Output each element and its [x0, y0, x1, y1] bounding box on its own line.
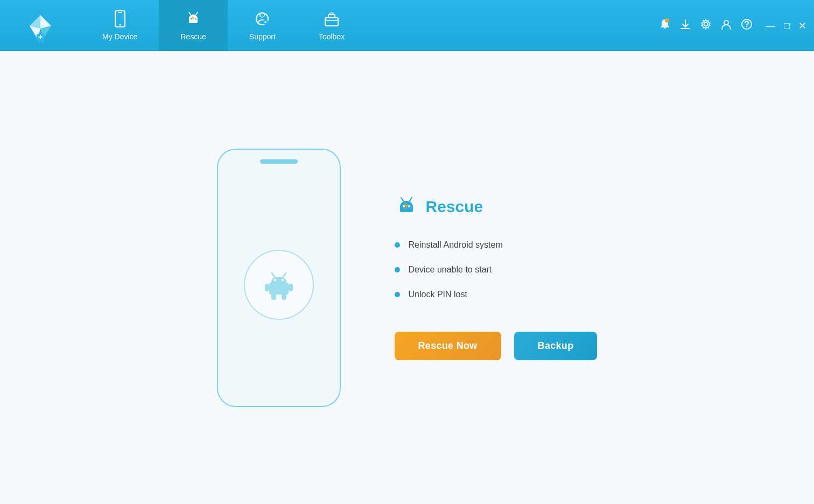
- notification-icon[interactable]: [659, 18, 671, 33]
- svg-rect-33: [289, 284, 293, 291]
- minimize-button[interactable]: —: [763, 20, 777, 32]
- phone-illustration: [217, 149, 341, 407]
- tab-my-device[interactable]: My Device: [81, 0, 159, 51]
- feature-label-0: Reinstall Android system: [409, 240, 503, 250]
- svg-point-21: [665, 18, 669, 23]
- header: My Device Rescue: [0, 0, 814, 51]
- rescue-title-row: Rescue: [395, 195, 598, 219]
- nav-tabs: My Device Rescue: [81, 0, 659, 51]
- phone-speaker: [260, 159, 298, 164]
- svg-point-37: [408, 205, 410, 207]
- android-circle: [244, 250, 314, 320]
- backup-button[interactable]: Backup: [514, 332, 598, 360]
- tab-rescue-label: Rescue: [180, 32, 206, 41]
- rescue-title-icon: [395, 195, 418, 219]
- bullet-0: [395, 242, 400, 248]
- svg-point-13: [195, 18, 197, 20]
- svg-line-30: [272, 273, 275, 277]
- feature-item-2: Unlock PIN lost: [395, 290, 598, 299]
- rescue-now-button[interactable]: Rescue Now: [395, 332, 501, 360]
- maximize-button[interactable]: □: [782, 20, 792, 32]
- main-content: Rescue Reinstall Android system Device u…: [0, 51, 814, 504]
- download-icon[interactable]: [679, 18, 691, 33]
- logo-area: [0, 0, 81, 51]
- svg-point-11: [119, 24, 121, 26]
- svg-rect-6: [41, 40, 44, 43]
- svg-point-23: [704, 23, 708, 26]
- rescue-icon: [185, 10, 202, 30]
- content-wrapper: Rescue Reinstall Android system Device u…: [217, 149, 598, 407]
- info-panel: Rescue Reinstall Android system Device u…: [395, 195, 598, 360]
- svg-line-14: [189, 12, 191, 15]
- svg-line-38: [401, 198, 403, 201]
- tab-support[interactable]: Support: [228, 0, 297, 51]
- svg-line-31: [283, 273, 286, 277]
- close-button[interactable]: ✕: [796, 20, 809, 32]
- bullet-1: [395, 267, 400, 272]
- my-device-icon: [113, 10, 128, 30]
- phone-screen: [218, 164, 340, 406]
- bullet-2: [395, 292, 400, 297]
- android-robot-icon: [263, 269, 295, 301]
- svg-rect-5: [38, 40, 40, 43]
- app-logo: [16, 7, 65, 45]
- tab-rescue[interactable]: Rescue: [159, 0, 227, 51]
- svg-line-39: [410, 198, 412, 201]
- svg-point-17: [260, 13, 264, 17]
- support-icon: [254, 10, 271, 30]
- feature-item-1: Device unable to start: [395, 265, 598, 275]
- phone-outline: [217, 149, 341, 407]
- svg-rect-35: [282, 293, 286, 300]
- feature-list: Reinstall Android system Device unable t…: [395, 240, 598, 299]
- rescue-page-title: Rescue: [426, 198, 483, 216]
- settings-icon[interactable]: [700, 18, 712, 33]
- feature-item-0: Reinstall Android system: [395, 240, 598, 250]
- svg-rect-34: [271, 293, 276, 300]
- window-controls: — □ ✕: [763, 20, 814, 32]
- svg-point-24: [724, 20, 728, 25]
- svg-rect-19: [325, 18, 338, 26]
- svg-point-26: [746, 26, 747, 27]
- toolbox-icon: [323, 10, 340, 30]
- svg-point-28: [273, 278, 276, 281]
- tab-my-device-label: My Device: [102, 32, 137, 41]
- svg-line-15: [196, 12, 198, 15]
- tab-toolbox[interactable]: Toolbox: [297, 0, 366, 51]
- feature-label-1: Device unable to start: [409, 265, 492, 275]
- tab-toolbox-label: Toolbox: [319, 32, 345, 41]
- svg-rect-27: [269, 283, 289, 295]
- header-actions: [659, 18, 763, 33]
- tab-support-label: Support: [249, 32, 276, 41]
- action-buttons: Rescue Now Backup: [395, 332, 598, 360]
- profile-icon[interactable]: [720, 18, 732, 33]
- help-icon[interactable]: [741, 18, 753, 33]
- svg-rect-32: [265, 284, 269, 291]
- svg-point-29: [281, 278, 283, 281]
- feature-label-2: Unlock PIN lost: [409, 290, 467, 299]
